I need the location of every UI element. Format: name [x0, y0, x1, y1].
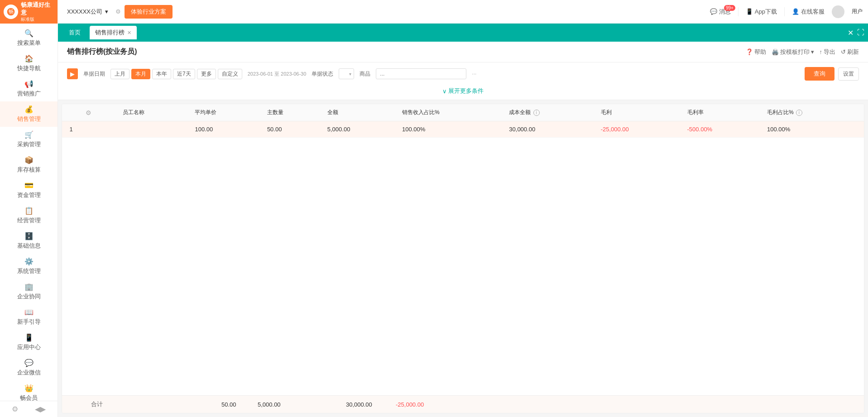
- footer-cost: 30,000.00: [346, 401, 396, 408]
- status-select-wrap: [339, 68, 354, 79]
- filter-toggle-btn[interactable]: ▶: [67, 68, 78, 79]
- status-select[interactable]: [339, 68, 354, 79]
- sidebar-item-sales[interactable]: 💰 销售管理: [0, 101, 58, 127]
- company-name: XXXXXX公司: [67, 8, 102, 16]
- date-filter-label: 单据日期: [83, 70, 105, 78]
- sidebar-nav: 🔍 搜索菜单 🏠 快捷导航 📢 营销推广 💰 销售管理 🛒 采购管理 📦 库存核…: [0, 24, 58, 401]
- table-row: 1 100.00 50.00 5,000.00 100.00% 30,000.0…: [62, 121, 864, 138]
- topbar: XXXXXX公司 ▾ ⚙ 体验行业方案 💬 消息 99+ 📱 App下载 👤 在…: [58, 0, 868, 24]
- tab-sales-ranking[interactable]: 销售排行榜 ✕: [90, 26, 137, 39]
- finance-nav-icon: 💳: [24, 181, 34, 190]
- filter-expand-row: ∨ 展开更多条件: [67, 85, 859, 95]
- goods-more-btn[interactable]: ···: [472, 71, 476, 77]
- page-title: 销售排行榜(按业务员): [67, 47, 137, 57]
- table-header-row: ⚙ 员工名称 平均单价 主数量 全额 销售收入占比% 成本全额 i 毛利 毛利率: [62, 104, 864, 121]
- expand-arrow-icon: ∨: [442, 88, 447, 95]
- date-range-text: 2023-06-01 至 2023-06-30: [248, 71, 307, 77]
- online-support-item[interactable]: 👤 在线客服: [792, 8, 825, 16]
- username-text: 用户: [852, 8, 863, 15]
- home-nav-icon: 🏠: [24, 54, 34, 63]
- tab-close-window-icon[interactable]: ✕: [848, 29, 854, 37]
- apps-nav-icon: 📱: [24, 333, 34, 342]
- table-footer: 合计 50.00 5,000.00 30,000.00 -25,000.00: [62, 395, 864, 413]
- sidebar-item-guide[interactable]: 📖 新手引导: [0, 304, 58, 330]
- message-icon: 💬: [710, 8, 717, 15]
- date-btn-more[interactable]: 更多: [197, 69, 216, 79]
- filter-row-main: ▶ 单据日期 上月 本月 本年 近7天 更多 自定义 2023-06-01 至 …: [67, 67, 859, 81]
- sidebar-item-finance[interactable]: 💳 资金管理: [0, 177, 58, 203]
- settings-bottom-icon[interactable]: ⚙: [12, 405, 18, 413]
- tab-close-icon[interactable]: ✕: [127, 30, 131, 36]
- cell-gross-ratio: 100.00%: [762, 121, 864, 138]
- print-dropdown-icon: ▾: [811, 48, 814, 55]
- tab-fullscreen-icon[interactable]: ⛶: [857, 29, 864, 37]
- collapse-sidebar-icon[interactable]: ◀▶: [35, 405, 46, 413]
- export-icon: ↑: [820, 48, 823, 55]
- sidebar-bottom: ⚙ ◀▶: [0, 401, 58, 417]
- date-btn-last-month[interactable]: 上月: [110, 69, 129, 79]
- sidebar-item-enterprise[interactable]: 🏢 企业协同: [0, 279, 58, 304]
- footer-label: 合计: [67, 400, 221, 408]
- sidebar-item-marketing[interactable]: 📢 营销推广: [0, 76, 58, 101]
- search-nav-icon: 🔍: [24, 29, 34, 38]
- expand-conditions-button[interactable]: ∨ 展开更多条件: [442, 87, 484, 95]
- tab-home[interactable]: 首页: [62, 25, 88, 40]
- company-selector[interactable]: XXXXXX公司 ▾: [63, 6, 112, 18]
- filter-bar: ▶ 单据日期 上月 本月 本年 近7天 更多 自定义 2023-06-01 至 …: [58, 62, 868, 100]
- purchase-nav-icon: 🛒: [24, 130, 34, 139]
- topbar-right: 💬 消息 99+ 📱 App下载 👤 在线客服 用户: [710, 5, 863, 18]
- cell-quantity: 50.00: [262, 121, 322, 138]
- sidebar-item-search[interactable]: 🔍 搜索菜单: [0, 25, 58, 51]
- cell-rank: 1: [62, 121, 80, 138]
- industry-plan-button[interactable]: 体验行业方案: [125, 5, 173, 19]
- message-icon-item[interactable]: 💬 消息 99+: [710, 8, 731, 16]
- separator: [738, 7, 739, 16]
- basic-nav-icon: 🗄️: [24, 232, 34, 240]
- data-table: ⚙ 员工名称 平均单价 主数量 全额 销售收入占比% 成本全额 i 毛利 毛利率: [62, 104, 864, 138]
- table-header: ⚙ 员工名称 平均单价 主数量 全额 销售收入占比% 成本全额 i 毛利 毛利率: [62, 104, 864, 121]
- th-settings[interactable]: ⚙: [80, 104, 117, 121]
- filter-date-buttons: 上月 本月 本年 近7天 更多 自定义: [110, 69, 242, 79]
- sidebar-item-operation[interactable]: 📋 经营管理: [0, 203, 58, 228]
- message-badge: 99+: [724, 5, 735, 11]
- goods-filter-input[interactable]: [376, 68, 466, 79]
- cost-info-icon[interactable]: i: [533, 110, 540, 116]
- main-area: XXXXXX公司 ▾ ⚙ 体验行业方案 💬 消息 99+ 📱 App下载 👤 在…: [58, 0, 868, 417]
- sidebar-item-apps[interactable]: 📱 应用中心: [0, 330, 58, 355]
- export-button[interactable]: ↑ 导出: [820, 48, 836, 56]
- date-btn-custom[interactable]: 自定义: [218, 69, 242, 79]
- sidebar-item-system[interactable]: ⚙️ 系统管理: [0, 254, 58, 279]
- separator2: [784, 7, 785, 16]
- cell-amount: 5,000.00: [322, 121, 397, 138]
- gross-ratio-info-icon[interactable]: i: [796, 110, 802, 116]
- print-button[interactable]: 🖨️ 按模板打印 ▾: [772, 48, 814, 56]
- sidebar-item-basic[interactable]: 🗄️ 基础信息: [0, 228, 58, 254]
- refresh-button[interactable]: ↺ 刷新: [841, 48, 859, 56]
- settings-button[interactable]: 设置: [838, 67, 859, 81]
- column-settings-icon[interactable]: ⚙: [86, 109, 91, 116]
- tabbar-right: ✕ ⛶: [848, 29, 864, 37]
- logo-icon: 畅: [4, 5, 18, 19]
- status-filter-label: 单据状态: [312, 70, 333, 78]
- query-button[interactable]: 查询: [805, 67, 834, 81]
- sidebar-item-wechat[interactable]: 💬 企业微信: [0, 355, 58, 380]
- th-gross-ratio: 毛利占比% i: [762, 104, 864, 121]
- table-empty-space: [62, 138, 864, 395]
- date-btn-7days[interactable]: 近7天: [173, 69, 195, 79]
- date-btn-this-year[interactable]: 本年: [152, 69, 171, 79]
- date-btn-this-month[interactable]: 本月: [131, 69, 150, 79]
- help-button[interactable]: ❓ 帮助: [746, 48, 766, 56]
- sidebar-item-inventory[interactable]: 📦 库存核算: [0, 152, 58, 177]
- sidebar-item-member[interactable]: 👑 畅会员: [0, 380, 58, 401]
- sidebar-item-purchase[interactable]: 🛒 采购管理: [0, 127, 58, 152]
- avatar[interactable]: [832, 5, 844, 18]
- app-download-item[interactable]: 📱 App下载: [746, 8, 777, 16]
- gear-settings-icon[interactable]: ⚙: [115, 8, 121, 15]
- th-amount: 全额: [322, 104, 397, 121]
- sidebar: 畅 畅康通好生意 标准版 🔍 搜索菜单 🏠 快捷导航 📢 营销推广 💰 销售管理…: [0, 0, 58, 417]
- page-header-actions: ❓ 帮助 🖨️ 按模板打印 ▾ ↑ 导出 ↺ 刷新: [746, 48, 859, 56]
- tabbar: 首页 销售排行榜 ✕ ✕ ⛶: [58, 24, 868, 42]
- footer-amount: 5,000.00: [258, 401, 301, 408]
- sidebar-item-quicknav[interactable]: 🏠 快捷导航: [0, 51, 58, 76]
- th-cost: 成本全额 i: [504, 104, 595, 121]
